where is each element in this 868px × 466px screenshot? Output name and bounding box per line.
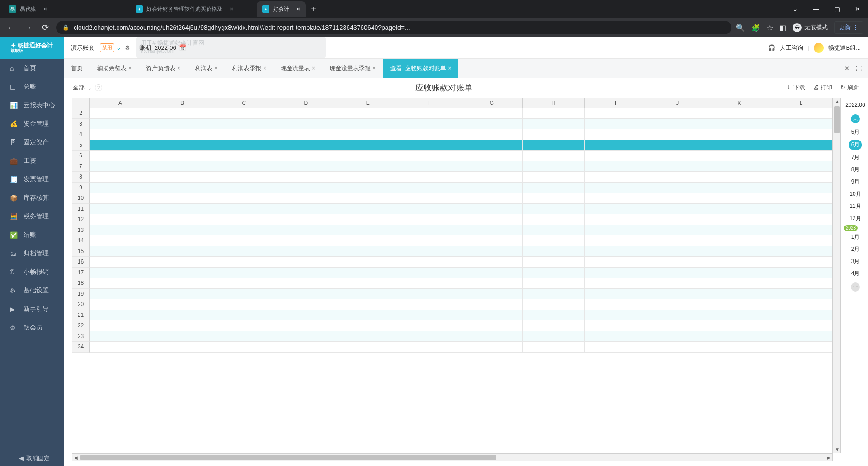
cell-H21[interactable] — [523, 310, 585, 321]
browser-tab-3[interactable]: ✦ 好会计 × — [257, 1, 306, 17]
cell-K10[interactable] — [708, 193, 770, 204]
cell-E7[interactable] — [337, 161, 399, 172]
month-up-button[interactable]: ︿ — [851, 114, 860, 123]
cell-F6[interactable] — [399, 151, 461, 161]
cell-G14[interactable] — [461, 235, 523, 246]
cell-B17[interactable] — [151, 268, 213, 278]
cell-L16[interactable] — [770, 257, 832, 268]
cell-H3[interactable] — [523, 119, 585, 130]
cell-K8[interactable] — [708, 172, 770, 183]
col-header-L[interactable]: L — [770, 98, 832, 108]
cell-I12[interactable] — [585, 214, 646, 225]
cell-E24[interactable] — [337, 342, 399, 353]
cell-K15[interactable] — [708, 246, 770, 257]
cell-E16[interactable] — [337, 257, 399, 268]
cell-I19[interactable] — [585, 289, 646, 300]
cell-K5[interactable] — [708, 140, 770, 151]
cell-D12[interactable] — [275, 214, 337, 225]
cell-L15[interactable] — [770, 246, 832, 257]
cell-D11[interactable] — [275, 204, 337, 215]
cell-A18[interactable] — [90, 278, 151, 289]
cell-F14[interactable] — [399, 235, 461, 246]
cell-G11[interactable] — [461, 204, 523, 215]
cell-C17[interactable] — [213, 268, 275, 278]
cell-I6[interactable] — [585, 151, 646, 161]
cell-D14[interactable] — [275, 235, 337, 246]
row-header-12[interactable]: 12 — [72, 214, 90, 225]
row-header-18[interactable]: 18 — [72, 278, 90, 289]
row-header-21[interactable]: 21 — [72, 310, 90, 321]
cell-L2[interactable] — [770, 108, 832, 119]
cell-G8[interactable] — [461, 172, 523, 183]
cell-D17[interactable] — [275, 268, 337, 278]
cell-C14[interactable] — [213, 235, 275, 246]
row-header-5[interactable]: 5 — [72, 140, 90, 151]
cell-I20[interactable] — [585, 299, 646, 310]
cell-B8[interactable] — [151, 172, 213, 183]
cell-K16[interactable] — [708, 257, 770, 268]
col-header-F[interactable]: F — [399, 98, 461, 108]
cell-D2[interactable] — [275, 108, 337, 119]
page-tab-6[interactable]: 现金流量表季报× — [322, 59, 383, 78]
cell-F8[interactable] — [399, 172, 461, 183]
cell-D9[interactable] — [275, 183, 337, 193]
cell-L20[interactable] — [770, 299, 832, 310]
page-tab-3[interactable]: 利润表× — [188, 59, 225, 78]
cell-L24[interactable] — [770, 342, 832, 353]
cell-C13[interactable] — [213, 225, 275, 236]
period-value[interactable]: 2022-06 — [155, 44, 176, 51]
row-header-2[interactable]: 2 — [72, 108, 90, 119]
cell-J10[interactable] — [646, 193, 708, 204]
horizontal-scrollbar[interactable]: ◀ ▶ — [72, 453, 833, 461]
cell-J9[interactable] — [646, 183, 708, 193]
cell-E3[interactable] — [337, 119, 399, 130]
cell-E20[interactable] — [337, 299, 399, 310]
cell-G3[interactable] — [461, 119, 523, 130]
cell-I24[interactable] — [585, 342, 646, 353]
cell-G12[interactable] — [461, 214, 523, 225]
cell-J24[interactable] — [646, 342, 708, 353]
cell-F5[interactable] — [399, 140, 461, 151]
cell-I23[interactable] — [585, 331, 646, 342]
reload-button[interactable]: ⟳ — [39, 23, 52, 33]
month-5月[interactable]: 5月 — [849, 126, 862, 138]
cell-B10[interactable] — [151, 193, 213, 204]
month-6月[interactable]: 6月 — [849, 140, 862, 150]
cell-D7[interactable] — [275, 161, 337, 172]
cell-K4[interactable] — [708, 129, 770, 140]
bookmark-icon[interactable]: ☆ — [767, 24, 773, 32]
cell-A11[interactable] — [90, 204, 151, 215]
cell-B20[interactable] — [151, 299, 213, 310]
close-icon[interactable]: × — [128, 65, 132, 71]
page-tab-7[interactable]: 查看_应收账款对账单× — [383, 59, 458, 78]
cell-I18[interactable] — [585, 278, 646, 289]
cell-J22[interactable] — [646, 320, 708, 331]
cell-I7[interactable] — [585, 161, 646, 172]
cell-I13[interactable] — [585, 225, 646, 236]
url-input[interactable]: 🔒 cloud2.chanjet.com/accounting/uh26t264… — [56, 21, 731, 34]
cell-A2[interactable] — [90, 108, 151, 119]
cell-L12[interactable] — [770, 214, 832, 225]
cell-J13[interactable] — [646, 225, 708, 236]
row-23[interactable]: 23 — [72, 331, 832, 342]
cell-K20[interactable] — [708, 299, 770, 310]
row-4[interactable]: 4 — [72, 129, 832, 140]
col-header-I[interactable]: I — [585, 98, 646, 108]
cell-E5[interactable] — [337, 140, 399, 151]
row-header-3[interactable]: 3 — [72, 119, 90, 130]
row-13[interactable]: 13 — [72, 225, 832, 236]
cell-I2[interactable] — [585, 108, 646, 119]
extension-icon[interactable]: 🧩 — [751, 24, 760, 32]
row-header-22[interactable]: 22 — [72, 320, 90, 331]
cell-G5[interactable] — [461, 140, 523, 151]
page-tab-4[interactable]: 利润表季报× — [225, 59, 274, 78]
cell-G16[interactable] — [461, 257, 523, 268]
cell-F24[interactable] — [399, 342, 461, 353]
cell-L5[interactable] — [770, 140, 832, 151]
cell-E22[interactable] — [337, 320, 399, 331]
cell-I3[interactable] — [585, 119, 646, 130]
browser-tab-2[interactable]: ✦ 好会计财务管理软件购买价格及 × — [130, 1, 257, 17]
cell-H15[interactable] — [523, 246, 585, 257]
cell-F21[interactable] — [399, 310, 461, 321]
cell-B5[interactable] — [151, 140, 213, 151]
